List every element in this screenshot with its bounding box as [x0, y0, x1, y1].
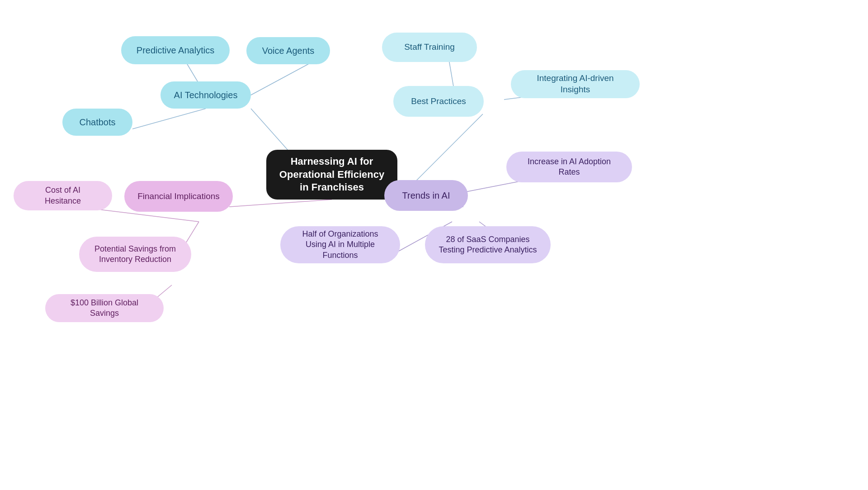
staff-training-label: Staff Training	[404, 42, 455, 53]
node-potential-savings: Potential Savings from Inventory Reducti…	[79, 237, 191, 272]
node-predictive-analytics: Predictive Analytics	[121, 36, 230, 64]
half-orgs-label: Half of Organizations Using AI in Multip…	[293, 229, 387, 261]
node-half-orgs: Half of Organizations Using AI in Multip…	[280, 226, 400, 263]
node-ai-technologies: AI Technologies	[160, 81, 251, 109]
ai-tech-label: AI Technologies	[174, 89, 238, 101]
trends-label: Trends in AI	[402, 190, 450, 201]
center-node: Harnessing AI for Operational Efficiency…	[266, 150, 397, 200]
saas-label: 28 of SaaS Companies Testing Predictive …	[438, 234, 538, 256]
increase-adoption-label: Increase in AI Adoption Rates	[519, 157, 619, 178]
potential-savings-label: Potential Savings from Inventory Reducti…	[92, 244, 179, 265]
node-financial-implications: Financial Implications	[124, 181, 233, 212]
financial-label: Financial Implications	[137, 191, 220, 202]
node-trends-ai: Trends in AI	[384, 180, 468, 211]
global-savings-label: $100 Billion Global Savings	[58, 298, 151, 319]
node-integrating-ai: Integrating AI-driven Insights	[511, 70, 640, 98]
svg-line-6	[132, 109, 206, 129]
best-practices-label: Best Practices	[411, 96, 466, 107]
integrating-label: Integrating AI-driven Insights	[524, 73, 627, 95]
node-chatbots: Chatbots	[62, 109, 132, 136]
svg-line-5	[251, 63, 310, 95]
node-cost-hesitance: Cost of AI Hesitance	[14, 181, 112, 210]
node-voice-agents: Voice Agents	[246, 37, 330, 64]
chatbots-label: Chatbots	[79, 116, 115, 128]
svg-line-2	[229, 200, 332, 207]
center-label: Harnessing AI for Operational Efficiency…	[279, 155, 385, 194]
predictive-label: Predictive Analytics	[137, 44, 214, 56]
node-staff-training: Staff Training	[382, 33, 477, 62]
node-saas-companies: 28 of SaaS Companies Testing Predictive …	[425, 226, 551, 263]
node-increase-adoption: Increase in AI Adoption Rates	[506, 152, 632, 182]
node-best-practices: Best Practices	[393, 86, 484, 117]
cost-hesitance-label: Cost of AI Hesitance	[26, 185, 99, 206]
voice-agents-label: Voice Agents	[262, 45, 315, 57]
node-global-savings: $100 Billion Global Savings	[45, 294, 164, 322]
